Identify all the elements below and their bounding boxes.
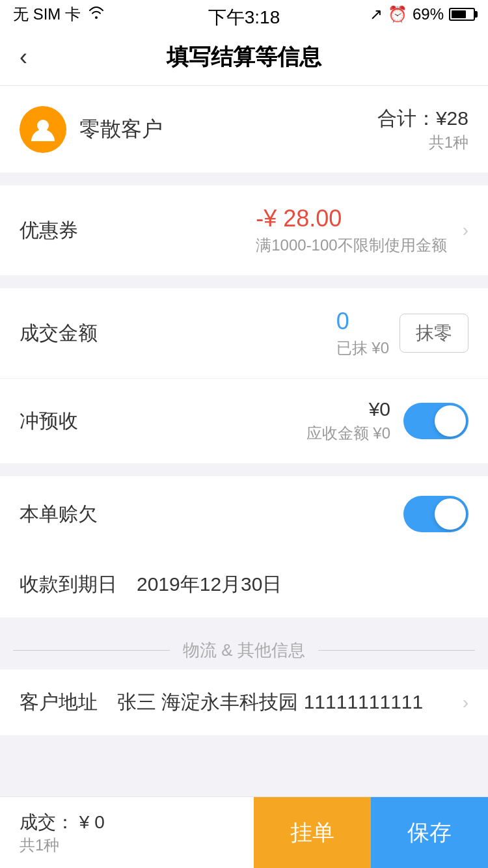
location-icon: ↗	[370, 5, 383, 23]
round-down-button[interactable]: 抹零	[400, 314, 468, 353]
bottom-bar: 成交： ¥ 0 共1种 挂单 保存	[0, 796, 488, 868]
nav-bar: ‹ 填写结算等信息	[0, 29, 488, 86]
customer-total: 合计：¥28	[377, 105, 468, 132]
divider-1	[0, 172, 488, 185]
coupon-section[interactable]: 优惠券 -¥ 28.00 满1000-100不限制使用金额 ›	[0, 185, 488, 275]
customer-left: 零散客户	[20, 106, 163, 153]
status-time: 下午3:18	[208, 5, 280, 30]
status-right: ↗ ⏰ 69%	[370, 5, 475, 23]
alarm-icon: ⏰	[388, 5, 407, 23]
coupon-value: -¥ 28.00	[256, 205, 446, 232]
toggle-knob	[435, 405, 466, 437]
user-icon	[29, 115, 57, 144]
bottom-deal-label: 成交：	[20, 812, 74, 832]
customer-count: 共1种	[377, 132, 468, 153]
divider-3	[0, 463, 488, 476]
deal-section: 成交金额 0 已抹 ¥0 抹零 冲预收 ¥0 应收金额 ¥0	[0, 288, 488, 463]
status-bar: 无 SIM 卡 下午3:18 ↗ ⏰ 69%	[0, 0, 488, 29]
divider-4	[0, 617, 488, 631]
debt-toggle-knob	[435, 498, 466, 530]
debt-row: 本单赊欠	[0, 476, 488, 552]
due-date-value: 2019年12月30日	[137, 571, 282, 598]
bottom-deal-info: 成交： ¥ 0	[20, 810, 234, 835]
prepayment-toggle[interactable]	[403, 403, 468, 439]
address-chevron-icon: ›	[463, 692, 468, 713]
deal-amount-row: 成交金额 0 已抹 ¥0 抹零	[0, 288, 488, 379]
prepayment-sub: 应收金额 ¥0	[306, 423, 390, 444]
battery-percent: 69%	[413, 5, 444, 23]
divider-line-left	[13, 650, 170, 651]
bottom-deal-sub: 共1种	[20, 835, 234, 856]
debt-section: 本单赊欠 收款到期日 2019年12月30日	[0, 476, 488, 617]
hang-button[interactable]: 挂单	[254, 797, 371, 869]
deal-amount-right: 0 已抹 ¥0 抹零	[336, 308, 468, 359]
coupon-sub: 满1000-100不限制使用金额	[256, 235, 446, 256]
prepayment-values: ¥0 应收金额 ¥0	[306, 398, 390, 444]
coupon-right: -¥ 28.00 满1000-100不限制使用金额 ›	[256, 205, 468, 256]
customer-name: 零散客户	[79, 115, 163, 144]
bottom-left: 成交： ¥ 0 共1种	[0, 810, 254, 856]
address-section[interactable]: 客户地址 张三 海淀永丰科技园 11111111111 ›	[0, 670, 488, 735]
chevron-right-icon: ›	[463, 220, 468, 241]
prepayment-row: 冲预收 ¥0 应收金额 ¥0	[0, 379, 488, 463]
due-date-row: 收款到期日 2019年12月30日	[0, 552, 488, 617]
prepayment-label: 冲预收	[20, 408, 78, 435]
page-title: 填写结算等信息	[167, 42, 321, 72]
sim-label: 无 SIM 卡	[13, 4, 81, 25]
prepayment-value: ¥0	[306, 398, 390, 420]
bottom-deal-value: ¥ 0	[79, 812, 105, 832]
prepayment-right: ¥0 应收金额 ¥0	[306, 398, 468, 444]
debt-label: 本单赊欠	[20, 501, 98, 528]
deal-amount-label: 成交金额	[20, 320, 98, 347]
content: 零散客户 合计：¥28 共1种 优惠券 -¥ 28.00 满1000-100不限…	[0, 86, 488, 868]
due-date-label: 收款到期日	[20, 571, 117, 598]
coupon-row[interactable]: 优惠券 -¥ 28.00 满1000-100不限制使用金额 ›	[0, 185, 488, 275]
battery-icon	[449, 8, 475, 21]
logistics-divider: 物流 & 其他信息	[0, 631, 488, 670]
coupon-label: 优惠券	[20, 217, 78, 244]
debt-toggle[interactable]	[403, 496, 468, 532]
customer-right: 合计：¥28 共1种	[377, 105, 468, 153]
status-left: 无 SIM 卡	[13, 4, 105, 25]
deal-amount-value: 0	[336, 308, 389, 335]
avatar	[20, 106, 66, 153]
divider-line-right	[318, 650, 475, 651]
wifi-icon	[87, 5, 105, 23]
deal-amount-sub: 已抹 ¥0	[336, 338, 389, 359]
save-button[interactable]: 保存	[371, 797, 488, 869]
address-row[interactable]: 客户地址 张三 海淀永丰科技园 11111111111 ›	[0, 670, 488, 735]
address-value: 张三 海淀永丰科技园 11111111111	[117, 689, 438, 716]
logistics-label: 物流 & 其他信息	[183, 639, 305, 662]
divider-2	[0, 275, 488, 288]
customer-section: 零散客户 合计：¥28 共1种	[0, 86, 488, 172]
address-label: 客户地址	[20, 689, 98, 716]
back-button[interactable]: ‹	[20, 44, 27, 71]
